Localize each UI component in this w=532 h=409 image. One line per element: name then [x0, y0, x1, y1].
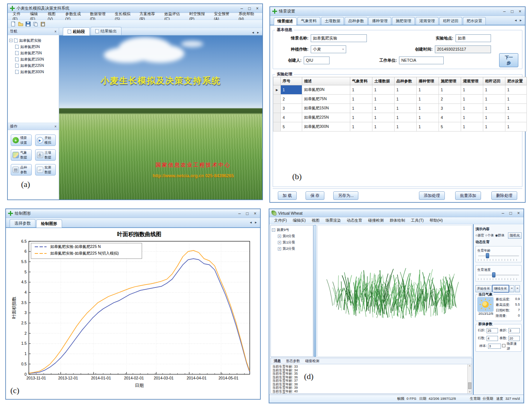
treatments-table[interactable]: 序号描述气象资料土壤数据品种参数播种管理施肥管理灌溉管理秸秆还田肥水设置▶1如皋…: [273, 77, 527, 132]
population-input-1[interactable]: 3: [508, 328, 520, 333]
field-input-1[interactable]: 如皋: [456, 34, 491, 42]
cell[interactable]: 1: [417, 95, 439, 104]
cell[interactable]: 1: [505, 113, 527, 122]
cell[interactable]: 1: [350, 95, 372, 104]
tab-scroll-arrows-icon[interactable]: ◂ ▸: [250, 220, 258, 224]
tree-item[interactable]: 如皋氮肥0N: [9, 44, 57, 50]
message-tab-1[interactable]: 形态参数: [286, 359, 300, 364]
tree-item-root[interactable]: −扬麦9号: [272, 227, 312, 233]
cell[interactable]: 1: [372, 95, 395, 104]
settings-tab-0[interactable]: 情景描述: [274, 17, 297, 25]
titlebar-c[interactable]: 绘制图形 – □ ×: [6, 209, 260, 218]
cell[interactable]: 1: [395, 104, 417, 113]
tree-item[interactable]: 如皋氮肥150N: [9, 56, 57, 62]
cell[interactable]: 1: [395, 95, 417, 104]
radio-1[interactable]: ○个体: [485, 233, 494, 238]
ops-button-2[interactable]: 气象数据: [11, 149, 32, 161]
cell[interactable]: 1: [395, 85, 417, 95]
radio-0[interactable]: ○器官: [475, 233, 484, 238]
cell[interactable]: 1: [439, 85, 461, 95]
column-header[interactable]: 土壤数据: [372, 77, 395, 85]
ops-button-4[interactable]: ▤品种参数: [11, 164, 32, 175]
new-file-icon[interactable]: [11, 21, 16, 27]
cell[interactable]: 1: [483, 95, 505, 104]
tree-item[interactable]: +第0分蘖: [272, 233, 312, 239]
cell[interactable]: 如皋氮肥225N: [302, 113, 350, 122]
expander-icon[interactable]: −: [9, 39, 13, 42]
splitter[interactable]: [314, 225, 316, 357]
cell[interactable]: 1: [461, 95, 483, 104]
cell[interactable]: 1: [350, 104, 372, 113]
message-list[interactable]: 当前生育年龄: 33当前生育年龄: 34当前生育年龄: 35当前生育年龄: 36…: [271, 364, 472, 393]
cell[interactable]: 如皋氮肥75N: [302, 95, 350, 104]
expander-icon[interactable]: +: [278, 241, 281, 244]
table-row[interactable]: 5如皋氮肥300N11115111: [273, 122, 527, 132]
expander-icon[interactable]: +: [278, 247, 281, 250]
cell[interactable]: 3: [439, 104, 461, 113]
cell[interactable]: 1: [395, 113, 417, 122]
growth-button-2[interactable]: «: [509, 285, 514, 292]
tab-scroll-arrows-icon[interactable]: ◂ ▸: [515, 18, 523, 22]
graph-tab-0[interactable]: 选择参数: [10, 219, 35, 227]
menu-item[interactable]: 碰撞检测: [365, 218, 386, 224]
settings-tab-1[interactable]: 气象资料: [297, 17, 320, 25]
growth-button-1[interactable]: 继续生长: [492, 285, 509, 292]
tree-item[interactable]: 如皋氮肥75N: [9, 50, 57, 56]
age-slider[interactable]: [477, 253, 520, 258]
cell[interactable]: 1: [372, 113, 395, 122]
tab-scroll-arrows-icon[interactable]: ◂ ▸: [252, 30, 260, 34]
speed-slider[interactable]: [477, 272, 520, 277]
cell[interactable]: 2: [439, 95, 461, 104]
cell[interactable]: 1: [395, 122, 417, 132]
scroll-up-icon[interactable]: ˄: [468, 364, 472, 368]
ops-button-0[interactable]: +情景设置: [11, 134, 32, 146]
expander-icon[interactable]: −: [272, 228, 275, 232]
column-header[interactable]: 序号: [281, 77, 302, 85]
cell[interactable]: 5: [281, 122, 302, 132]
column-header[interactable]: 灌溉管理: [461, 77, 483, 85]
load-save-button-2[interactable]: 另存为...: [333, 191, 358, 200]
menu-item[interactable]: 帮助(H): [427, 218, 446, 224]
menu-item[interactable]: 编辑(E): [290, 218, 308, 224]
column-header[interactable]: 描述: [302, 77, 350, 85]
settings-tab-4[interactable]: 播种管理: [368, 17, 391, 25]
menu-item[interactable]: 工具(T): [408, 218, 426, 224]
settings-tab-7[interactable]: 秸秆还田: [439, 17, 462, 25]
scene-roam-checkbox[interactable]: [502, 344, 505, 348]
close-icon[interactable]: ×: [254, 211, 256, 216]
cell[interactable]: 1: [417, 85, 439, 95]
column-header[interactable]: 秸秆还田: [483, 77, 505, 85]
cell[interactable]: 1: [350, 113, 372, 122]
maximize-icon[interactable]: □: [246, 211, 249, 216]
wheat-3d-viewport[interactable]: [317, 225, 472, 357]
crop-select[interactable]: 小麦˅: [311, 45, 346, 53]
field-input-3[interactable]: 2014930215117: [435, 45, 491, 53]
tree-item-root[interactable]: −如皋氮肥实验: [9, 37, 57, 44]
field-input-4[interactable]: QIU: [304, 57, 330, 64]
cell[interactable]: 1: [461, 85, 483, 95]
cell[interactable]: 1: [505, 95, 527, 104]
settings-tab-6[interactable]: 灌溉管理: [416, 17, 439, 25]
cell[interactable]: 4: [281, 113, 302, 122]
minimize-icon[interactable]: –: [502, 211, 504, 216]
growth-button-3[interactable]: »: [515, 285, 520, 292]
cell[interactable]: 1: [417, 113, 439, 122]
close-icon[interactable]: ×: [517, 211, 520, 216]
ops-button-3[interactable]: ⚓土壤数据: [35, 149, 56, 161]
settings-tab-8[interactable]: 肥水设置: [463, 17, 486, 25]
settings-tab-3[interactable]: 品种参数: [345, 17, 368, 25]
growth-button-0[interactable]: 开始生长: [475, 285, 492, 292]
message-tab-0[interactable]: 消息: [274, 359, 281, 364]
cell[interactable]: 1: [417, 104, 439, 113]
expander-icon[interactable]: +: [278, 235, 281, 238]
column-header[interactable]: 肥水设置: [505, 77, 527, 85]
cell[interactable]: 1: [281, 85, 302, 95]
treatment-button-2[interactable]: 删除处理: [491, 191, 517, 200]
cell[interactable]: 1: [417, 122, 439, 132]
load-save-button-0[interactable]: 加 载: [278, 191, 297, 200]
cell[interactable]: 1: [483, 104, 505, 113]
population-input-0[interactable]: 25: [487, 328, 498, 333]
menu-item[interactable]: 群体绘制: [387, 218, 407, 224]
column-header[interactable]: 品种参数: [395, 77, 417, 85]
population-input-2[interactable]: 4: [487, 336, 498, 341]
